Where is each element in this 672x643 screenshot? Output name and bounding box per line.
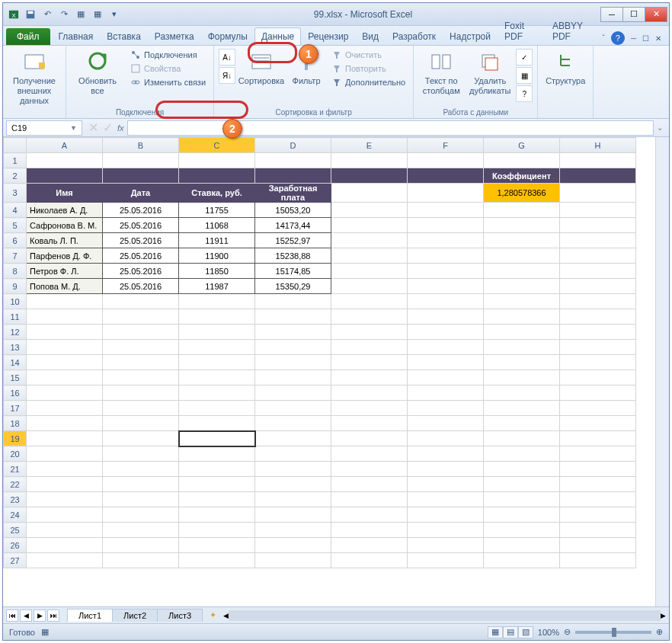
cell[interactable] [484, 203, 560, 218]
row-header[interactable]: 17 [4, 401, 27, 416]
fx-button[interactable]: fx [117, 123, 124, 133]
col-header[interactable]: B [103, 138, 179, 153]
cell[interactable] [255, 462, 331, 477]
cell[interactable] [331, 446, 408, 462]
row-header[interactable]: 20 [4, 446, 27, 462]
col-header[interactable]: F [408, 138, 484, 153]
cell[interactable] [255, 523, 331, 538]
cell[interactable] [331, 264, 408, 279]
name-box[interactable]: C19▼ [6, 120, 82, 136]
cell[interactable] [408, 325, 484, 340]
cell[interactable] [408, 184, 484, 203]
cell[interactable] [408, 446, 484, 462]
col-header[interactable]: H [560, 138, 636, 153]
col-header[interactable]: G [484, 138, 560, 153]
table-cell[interactable]: 15238,88 [255, 248, 331, 264]
cell[interactable]: Коэффициент [484, 168, 560, 184]
cell[interactable] [408, 553, 484, 568]
cell[interactable] [560, 153, 636, 168]
cell[interactable] [484, 538, 560, 553]
cell[interactable] [103, 294, 179, 309]
view-layout-button[interactable]: ▤ [503, 626, 518, 638]
cell[interactable] [255, 385, 331, 401]
cell[interactable] [560, 523, 636, 538]
table-cell[interactable]: 11068 [179, 218, 255, 233]
cell[interactable] [255, 401, 331, 416]
consolidate-button[interactable]: ▦ [516, 67, 533, 84]
cell[interactable] [103, 492, 179, 507]
doc-minimize-icon[interactable]: ─ [631, 34, 636, 43]
cell[interactable] [255, 507, 331, 523]
tab-nav-last[interactable]: ⏭ [47, 609, 59, 622]
row-header[interactable]: 2 [4, 168, 27, 184]
cell[interactable] [560, 462, 636, 477]
doc-restore-icon[interactable]: ☐ [642, 34, 649, 43]
cell[interactable] [331, 340, 408, 355]
cell[interactable] [484, 446, 560, 462]
cell[interactable] [179, 340, 255, 355]
table-cell[interactable]: 25.05.2016 [103, 218, 179, 233]
cell[interactable] [331, 294, 408, 309]
row-header[interactable]: 13 [4, 340, 27, 355]
cell[interactable] [484, 264, 560, 279]
cell[interactable] [255, 431, 331, 446]
tab-formulas[interactable]: Формулы [201, 27, 254, 45]
sort-button[interactable]: Сортировка [238, 49, 284, 88]
cell[interactable] [179, 462, 255, 477]
cell[interactable] [27, 446, 103, 462]
view-normal-button[interactable]: ▦ [488, 626, 503, 638]
table-cell[interactable]: 15053,20 [255, 203, 331, 218]
cell[interactable] [27, 153, 103, 168]
excel-icon[interactable]: X [6, 7, 21, 22]
cell[interactable] [560, 264, 636, 279]
row-header[interactable]: 27 [4, 553, 27, 568]
cell[interactable] [484, 523, 560, 538]
cell[interactable] [179, 309, 255, 325]
cell[interactable] [560, 431, 636, 446]
tab-developer[interactable]: Разработк [386, 27, 443, 45]
row-header[interactable]: 10 [4, 294, 27, 309]
cell[interactable] [408, 370, 484, 385]
doc-close-icon[interactable]: ✕ [655, 34, 661, 43]
cell[interactable] [408, 538, 484, 553]
remove-duplicates-button[interactable]: Удалить дубликаты [467, 49, 513, 98]
col-header[interactable]: E [331, 138, 408, 153]
row-header[interactable]: 16 [4, 385, 27, 401]
table-cell[interactable]: 15252,97 [255, 233, 331, 248]
cell[interactable] [484, 309, 560, 325]
table-cell[interactable]: 11850 [179, 264, 255, 279]
cell[interactable] [408, 385, 484, 401]
close-button[interactable]: ✕ [645, 7, 667, 22]
cell[interactable] [27, 416, 103, 431]
cell[interactable] [27, 553, 103, 568]
col-header[interactable]: C [179, 138, 255, 153]
cell[interactable] [408, 507, 484, 523]
cell[interactable] [560, 553, 636, 568]
row-header[interactable]: 19 [4, 431, 27, 446]
tab-view[interactable]: Вид [355, 27, 386, 45]
cell[interactable] [27, 340, 103, 355]
cell[interactable] [408, 294, 484, 309]
qa-dropdown-icon[interactable]: ▾ [107, 7, 122, 22]
cell[interactable] [27, 523, 103, 538]
tab-addins[interactable]: Надстрой [443, 27, 498, 45]
cell[interactable] [331, 233, 408, 248]
cell[interactable] [179, 370, 255, 385]
cell[interactable] [408, 477, 484, 492]
cell[interactable] [484, 431, 560, 446]
table-cell[interactable]: Коваль Л. П. [27, 233, 103, 248]
cell[interactable] [179, 553, 255, 568]
cell[interactable] [484, 248, 560, 264]
cell[interactable] [103, 385, 179, 401]
macro-icon[interactable]: ▦ [41, 627, 49, 637]
cell[interactable] [179, 416, 255, 431]
cell[interactable] [408, 431, 484, 446]
minimize-button[interactable]: ─ [600, 7, 623, 22]
cell[interactable] [103, 553, 179, 568]
tab-data[interactable]: Данные [254, 27, 301, 45]
sort-desc-button[interactable]: Я↓ [219, 67, 235, 84]
cell[interactable] [560, 446, 636, 462]
cell[interactable] [103, 477, 179, 492]
cell[interactable] [484, 477, 560, 492]
cell[interactable] [103, 431, 179, 446]
